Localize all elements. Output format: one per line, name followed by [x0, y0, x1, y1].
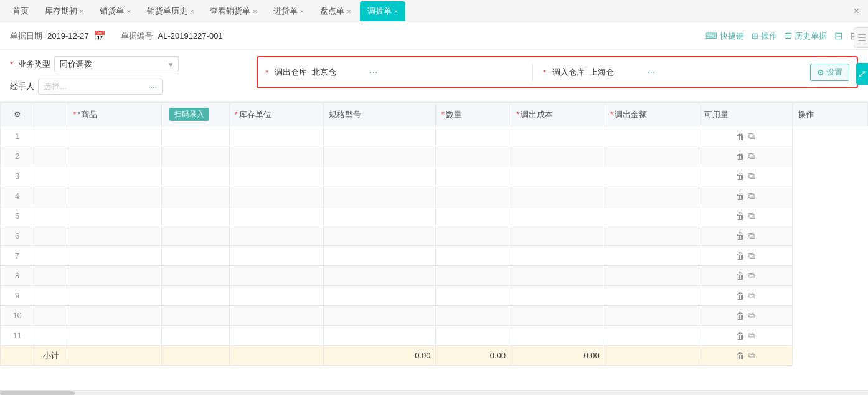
scan-button[interactable]: 扫码录入: [169, 108, 209, 121]
qty-cell[interactable]: [323, 146, 436, 166]
goods-cell[interactable]: [34, 286, 68, 306]
cost-cell[interactable]: [436, 246, 511, 266]
delete-row-icon[interactable]: 🗑: [736, 171, 745, 181]
cost-cell[interactable]: [436, 186, 511, 206]
amount-cell[interactable]: [511, 326, 605, 346]
close-tab-transfer[interactable]: ×: [394, 7, 398, 15]
spec-cell[interactable]: [229, 286, 323, 306]
delete-row-icon[interactable]: 🗑: [736, 191, 745, 201]
goods-cell[interactable]: [34, 326, 68, 346]
qty-cell[interactable]: [323, 266, 436, 286]
transfer-in-more-btn[interactable]: ···: [647, 67, 655, 78]
cost-cell[interactable]: [436, 286, 511, 306]
amount-cell[interactable]: [511, 206, 605, 226]
qty-cell[interactable]: [323, 206, 436, 226]
delete-row-icon[interactable]: 🗑: [736, 311, 745, 321]
goods-cell[interactable]: [34, 206, 68, 226]
tab-inventory-init[interactable]: 库存期初 ×: [37, 1, 91, 21]
calendar-icon[interactable]: 📅: [94, 31, 106, 42]
tab-inventory[interactable]: 盘点单 ×: [313, 1, 358, 21]
qty-cell[interactable]: [323, 226, 436, 246]
amount-cell[interactable]: [511, 246, 605, 266]
history-link[interactable]: ☰ 历史单据: [785, 31, 827, 42]
close-tab-inventory[interactable]: ×: [347, 7, 351, 15]
scrollbar-thumb[interactable]: [0, 391, 75, 395]
cost-cell[interactable]: [436, 126, 511, 146]
amount-cell[interactable]: [511, 146, 605, 166]
unit-cell[interactable]: [162, 146, 230, 166]
delete-row-icon[interactable]: 🗑: [736, 271, 745, 281]
copy-row-icon[interactable]: ⧉: [748, 191, 755, 201]
unit-cell[interactable]: [162, 266, 230, 286]
spec-cell[interactable]: [229, 166, 323, 186]
qty-cell[interactable]: [323, 246, 436, 266]
cost-cell[interactable]: [436, 166, 511, 186]
close-tab-sales-order[interactable]: ×: [126, 7, 130, 15]
handler-dropdown[interactable]: 选择... ···: [38, 79, 163, 95]
transfer-out-more-btn[interactable]: ···: [369, 67, 377, 78]
amount-cell[interactable]: [511, 186, 605, 206]
amount-cell[interactable]: [511, 226, 605, 246]
copy-row-icon[interactable]: ⧉: [748, 151, 755, 161]
column-settings[interactable]: ⚙: [1, 103, 34, 126]
delete-row-icon[interactable]: 🗑: [736, 251, 745, 261]
tab-sales-order[interactable]: 销货单 ×: [92, 1, 138, 21]
spec-cell[interactable]: [229, 266, 323, 286]
qty-cell[interactable]: [323, 186, 436, 206]
delete-row-icon[interactable]: 🗑: [736, 231, 745, 241]
subtotal-delete-icon[interactable]: 🗑: [736, 351, 745, 361]
close-tab-inventory-init[interactable]: ×: [80, 7, 83, 15]
spec-cell[interactable]: [229, 206, 323, 226]
unit-cell[interactable]: [162, 286, 230, 306]
tab-purchase[interactable]: 进货单 ×: [266, 1, 311, 21]
list-sidebar-icon[interactable]: ☰: [854, 27, 869, 48]
qty-cell[interactable]: [323, 166, 436, 186]
layout-icon-1[interactable]: ⊟: [834, 30, 842, 42]
amount-cell[interactable]: [511, 166, 605, 186]
action-link[interactable]: ⊞ 操作: [752, 31, 777, 42]
close-tab-sales-history[interactable]: ×: [190, 7, 194, 15]
business-type-dropdown[interactable]: 同价调拨 ▾: [54, 56, 179, 72]
goods-cell[interactable]: [34, 166, 68, 186]
delete-row-icon[interactable]: 🗑: [736, 211, 745, 221]
unit-cell[interactable]: [162, 306, 230, 326]
copy-row-icon[interactable]: ⧉: [748, 270, 755, 281]
delete-row-icon[interactable]: 🗑: [736, 291, 745, 301]
goods-cell[interactable]: [34, 246, 68, 266]
copy-row-icon[interactable]: ⧉: [748, 290, 755, 301]
qty-cell[interactable]: [323, 326, 436, 346]
qty-cell[interactable]: [323, 306, 436, 326]
amount-cell[interactable]: [511, 306, 605, 326]
goods-cell[interactable]: [34, 226, 68, 246]
spec-cell[interactable]: [229, 186, 323, 206]
tab-sales-history[interactable]: 销货单历史 ×: [139, 1, 201, 21]
cost-cell[interactable]: [436, 146, 511, 166]
copy-row-icon[interactable]: ⧉: [748, 171, 755, 181]
close-tab-view-sales[interactable]: ×: [253, 7, 257, 15]
qty-cell[interactable]: [323, 126, 436, 146]
cost-cell[interactable]: [436, 226, 511, 246]
cost-cell[interactable]: [436, 266, 511, 286]
amount-cell[interactable]: [511, 126, 605, 146]
amount-cell[interactable]: [511, 286, 605, 306]
cost-cell[interactable]: [436, 206, 511, 226]
copy-row-icon[interactable]: ⧉: [748, 250, 755, 261]
copy-row-icon[interactable]: ⧉: [748, 131, 755, 141]
cost-cell[interactable]: [436, 326, 511, 346]
amount-cell[interactable]: [511, 266, 605, 286]
unit-cell[interactable]: [162, 226, 230, 246]
copy-row-icon[interactable]: ⧉: [748, 310, 755, 321]
shortcut-link[interactable]: ⌨ 快捷键: [705, 31, 744, 42]
spec-cell[interactable]: [229, 306, 323, 326]
expand-sidebar-icon[interactable]: ⤢: [856, 63, 868, 85]
copy-row-icon[interactable]: ⧉: [748, 211, 755, 221]
copy-row-icon[interactable]: ⧉: [748, 231, 755, 241]
tab-view-sales[interactable]: 查看销货单 ×: [202, 1, 264, 21]
horizontal-scrollbar[interactable]: [0, 390, 868, 395]
qty-cell[interactable]: [323, 286, 436, 306]
close-window-button[interactable]: ×: [850, 6, 863, 17]
unit-cell[interactable]: [162, 126, 230, 146]
tab-home[interactable]: 首页: [5, 1, 36, 21]
spec-cell[interactable]: [229, 246, 323, 266]
spec-cell[interactable]: [229, 226, 323, 246]
